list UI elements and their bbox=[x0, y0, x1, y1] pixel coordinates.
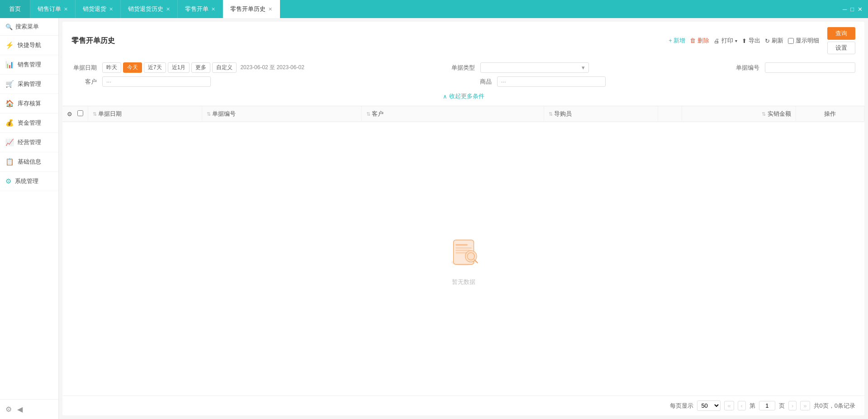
th-date[interactable]: ⇅ 单据日期 bbox=[88, 106, 202, 122]
goods-filter-input[interactable]: ··· bbox=[497, 76, 606, 87]
delete-button[interactable]: 🗑 删除 bbox=[690, 37, 709, 45]
tab-sales-return[interactable]: 销货退货 ✕ bbox=[76, 0, 121, 18]
customer-filter-input[interactable]: ··· bbox=[102, 76, 211, 87]
svg-rect-3 bbox=[455, 247, 472, 249]
date-btn-last7[interactable]: 近7天 bbox=[144, 62, 166, 73]
page-header: 零售开单历史 + 新增 🗑 删除 🖨 打印 ▾ ⬆ bbox=[62, 22, 864, 106]
last-page-btn[interactable]: » bbox=[800, 401, 810, 410]
th-amount[interactable]: ⇅ 实销金额 bbox=[682, 106, 796, 122]
add-button[interactable]: + 新增 bbox=[669, 37, 685, 45]
goods-filter-label: 商品 bbox=[466, 78, 492, 86]
refresh-button[interactable]: ↻ 刷新 bbox=[765, 37, 783, 45]
sidebar-item-purchase-mgmt-label: 采购管理 bbox=[18, 80, 41, 88]
sidebar-item-finance[interactable]: 💰 资金管理 bbox=[0, 113, 58, 133]
sidebar-collapse-icon[interactable]: ◀ bbox=[17, 405, 23, 414]
per-page-select[interactable]: 50 20 100 bbox=[697, 400, 721, 411]
th-customer[interactable]: ⇅ 客户 bbox=[361, 106, 544, 122]
print-button[interactable]: 🖨 打印 ▾ bbox=[714, 37, 737, 45]
goods-dots-icon: ··· bbox=[501, 78, 506, 85]
sidebar: 🔍 搜索菜单 ⚡ 快捷导航 📊 销售管理 🛒 采购管理 🏠 库存核算 💰 资金管… bbox=[0, 18, 59, 419]
sidebar-item-basic-info[interactable]: 📋 基础信息 bbox=[0, 152, 58, 172]
tab-retail-open[interactable]: 零售开单 ✕ bbox=[178, 0, 223, 18]
data-table: ⚙ ⇅ 单据日期 ⇅ 单据编号 bbox=[62, 106, 864, 122]
tab-sales-return-close[interactable]: ✕ bbox=[109, 6, 113, 12]
first-page-btn[interactable]: « bbox=[724, 401, 734, 410]
svg-rect-2 bbox=[455, 244, 468, 246]
th-guide-label: 导购员 bbox=[554, 110, 572, 117]
tab-sales-order[interactable]: 销售订单 ✕ bbox=[30, 0, 76, 18]
filter-row-customer: 客户 ··· 商品 ··· bbox=[71, 76, 855, 87]
finance-icon: 💰 bbox=[5, 119, 14, 127]
sort-date-icon: ⇅ bbox=[93, 111, 97, 117]
tab-sales-order-label: 销售订单 bbox=[38, 5, 61, 13]
query-button[interactable]: 查询 bbox=[827, 27, 855, 40]
tab-retail-open-label: 零售开单 bbox=[185, 5, 209, 13]
sales-mgmt-icon: 📊 bbox=[5, 61, 14, 69]
select-all-checkbox[interactable] bbox=[77, 110, 83, 116]
sidebar-item-sales-mgmt[interactable]: 📊 销售管理 bbox=[0, 55, 58, 75]
next-page-btn[interactable]: › bbox=[788, 401, 797, 410]
table-settings-icon[interactable]: ⚙ bbox=[67, 111, 72, 118]
query-set-group: 查询 设置 bbox=[827, 27, 855, 54]
empty-text: 暂无数据 bbox=[452, 278, 475, 286]
sidebar-search[interactable]: 🔍 搜索菜单 bbox=[0, 18, 58, 36]
table-header-row: ⚙ ⇅ 单据日期 ⇅ 单据编号 bbox=[62, 106, 864, 122]
tab-retail-history-close[interactable]: ✕ bbox=[268, 6, 272, 12]
collapse-arrow-icon: ∧ bbox=[443, 93, 447, 100]
sys-mgmt-icon: ⚙ bbox=[5, 177, 11, 185]
type-filter-select[interactable]: ▾ bbox=[480, 62, 589, 73]
settings-button[interactable]: 设置 bbox=[827, 42, 855, 54]
date-btn-custom[interactable]: 自定义 bbox=[212, 62, 237, 73]
sidebar-item-purchase-mgmt[interactable]: 🛒 采购管理 bbox=[0, 75, 58, 94]
th-no[interactable]: ⇅ 单据编号 bbox=[202, 106, 361, 122]
sidebar-item-quick-nav[interactable]: ⚡ 快捷导航 bbox=[0, 36, 58, 55]
th-guide[interactable]: ⇅ 导购员 bbox=[544, 106, 658, 122]
maximize-btn[interactable]: □ bbox=[850, 6, 854, 13]
sidebar-item-sys-mgmt[interactable]: ⚙ 系统管理 bbox=[0, 172, 58, 191]
sidebar-item-operations[interactable]: 📈 经营管理 bbox=[0, 133, 58, 152]
sidebar-search-label: 搜索菜单 bbox=[15, 23, 39, 31]
date-btn-today[interactable]: 今天 bbox=[123, 62, 142, 73]
quick-nav-icon: ⚡ bbox=[5, 41, 14, 49]
search-icon: 🔍 bbox=[5, 24, 13, 30]
show-detail-checkbox[interactable]: 显示明细 bbox=[788, 37, 819, 45]
date-btn-more[interactable]: 更多 bbox=[191, 62, 210, 73]
filter-row-date: 单据日期 昨天 今天 近7天 近1月 更多 自定义 2023-06-02 至 2… bbox=[71, 62, 855, 73]
page-input[interactable]: 1 bbox=[759, 401, 775, 410]
print-label: 打印 bbox=[721, 37, 733, 45]
basic-info-icon: 📋 bbox=[5, 158, 14, 166]
top-tab-bar: 首页 销售订单 ✕ 销货退货 ✕ 销货退货历史 ✕ 零售开单 ✕ 零售开单历史 … bbox=[0, 0, 868, 18]
tab-sales-return-label: 销货退货 bbox=[83, 5, 106, 13]
sidebar-item-basic-info-label: 基础信息 bbox=[18, 158, 41, 166]
page-suffix: 页 bbox=[779, 402, 785, 410]
tab-sales-order-close[interactable]: ✕ bbox=[64, 6, 68, 12]
prev-page-btn[interactable]: ‹ bbox=[738, 401, 746, 410]
date-btn-last1month[interactable]: 近1月 bbox=[168, 62, 190, 73]
toolbar-buttons: + 新增 🗑 删除 🖨 打印 ▾ ⬆ 导出 bbox=[669, 37, 819, 45]
close-btn[interactable]: ✕ bbox=[858, 6, 863, 13]
collapse-label: 收起更多条件 bbox=[449, 92, 484, 100]
date-btn-yesterday[interactable]: 昨天 bbox=[102, 62, 121, 73]
no-filter-input[interactable] bbox=[765, 62, 855, 73]
per-page-label: 每页显示 bbox=[670, 402, 693, 410]
sidebar-item-inventory[interactable]: 🏠 库存核算 bbox=[0, 94, 58, 113]
tab-sales-return-history-close[interactable]: ✕ bbox=[166, 6, 170, 12]
sidebar-item-sales-mgmt-label: 销售管理 bbox=[18, 61, 41, 69]
export-icon: ⬆ bbox=[742, 38, 747, 44]
pagination: 每页显示 50 20 100 « ‹ 第 1 页 › » 共0页，0条记录 bbox=[62, 395, 864, 415]
type-filter-label: 单据类型 bbox=[450, 64, 475, 72]
export-button[interactable]: ⬆ 导出 bbox=[742, 37, 760, 45]
minimize-btn[interactable]: ─ bbox=[843, 6, 847, 13]
collapse-bar[interactable]: ∧ 收起更多条件 bbox=[71, 90, 855, 104]
th-date-label: 单据日期 bbox=[98, 110, 122, 117]
tab-retail-open-close[interactable]: ✕ bbox=[211, 6, 215, 12]
print-arrow-icon: ▾ bbox=[735, 38, 737, 43]
th-no-label: 单据编号 bbox=[212, 110, 236, 117]
tab-home[interactable]: 首页 bbox=[0, 0, 30, 18]
show-detail-input[interactable] bbox=[788, 38, 794, 44]
tab-retail-history[interactable]: 零售开单历史 ✕ bbox=[223, 0, 280, 18]
svg-rect-4 bbox=[455, 250, 470, 251]
sidebar-settings-icon[interactable]: ⚙ bbox=[5, 405, 12, 414]
filter-area: 单据日期 昨天 今天 近7天 近1月 更多 自定义 2023-06-02 至 2… bbox=[71, 59, 855, 106]
tab-sales-return-history[interactable]: 销货退货历史 ✕ bbox=[121, 0, 178, 18]
